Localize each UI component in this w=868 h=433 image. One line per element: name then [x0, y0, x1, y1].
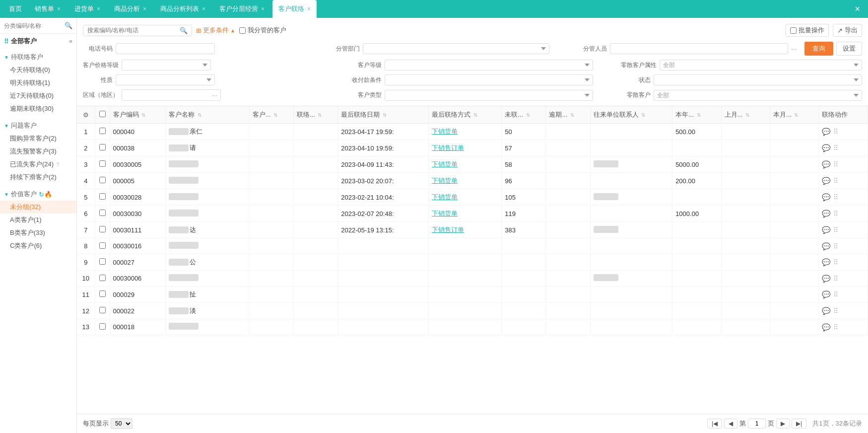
row-checkbox[interactable]: [99, 323, 106, 330]
sidebar-item-classA[interactable]: A类客户(1): [0, 214, 76, 226]
sort-overdue-icon[interactable]: ⇅: [570, 112, 574, 118]
value-group-header[interactable]: ▼ 价值客户 ↻ 🔥: [0, 188, 76, 201]
action-call-icon[interactable]: 💬: [822, 210, 830, 217]
prev-page-btn[interactable]: ◀: [724, 419, 737, 429]
sidebar-item-classC[interactable]: C类客户(6): [0, 239, 76, 252]
problem-group-header[interactable]: ▼ 问题客户: [0, 119, 76, 132]
phone-input[interactable]: [116, 43, 215, 54]
sort-contact-icon[interactable]: ⇅: [318, 112, 322, 118]
action-more-icon[interactable]: ⠿: [833, 128, 838, 136]
customer-type-select[interactable]: [385, 90, 593, 101]
method-link[interactable]: 下销售订单: [432, 226, 464, 233]
action-more-icon[interactable]: ⠿: [833, 290, 838, 298]
retail-attr-select[interactable]: 全部: [660, 60, 862, 71]
sidebar-item-7days[interactable]: 近7天待联络(0): [0, 89, 76, 102]
sort-curmonth-icon[interactable]: ⇅: [794, 112, 798, 118]
action-call-icon[interactable]: 💬: [822, 177, 830, 185]
method-link[interactable]: 下销货单: [432, 193, 458, 201]
action-more-icon[interactable]: ⠿: [833, 193, 838, 201]
action-more-icon[interactable]: ⠿: [833, 160, 838, 168]
nav-customer-mgmt[interactable]: 客户分层经营 ×: [213, 0, 270, 18]
pending-group-header[interactable]: ▼ 待联络客户: [0, 51, 76, 64]
sidebar-item-tomorrow[interactable]: 明天待联络(1): [0, 76, 76, 89]
last-page-btn[interactable]: ▶|: [792, 419, 806, 429]
sort-method-icon[interactable]: ⇅: [473, 112, 477, 118]
action-call-icon[interactable]: 💬: [822, 226, 830, 234]
nav-close-all[interactable]: ×: [851, 4, 864, 14]
nav-analysis-close[interactable]: ×: [143, 5, 146, 12]
collapse-icon[interactable]: «: [69, 38, 72, 45]
action-call-icon[interactable]: 💬: [822, 258, 830, 266]
action-call-icon[interactable]: 💬: [822, 160, 830, 168]
sort-type-icon[interactable]: ⇅: [273, 112, 277, 118]
dept-select[interactable]: [363, 43, 549, 54]
nav-sales-close[interactable]: ×: [57, 5, 61, 12]
all-customers-header[interactable]: ⠿ 全部客户 «: [0, 34, 76, 49]
search-input[interactable]: [87, 27, 178, 34]
next-page-btn[interactable]: ▶: [776, 419, 790, 429]
sort-date-icon[interactable]: ⇅: [383, 112, 387, 118]
action-more-icon[interactable]: ⠿: [833, 226, 838, 234]
method-link[interactable]: 下销货单: [432, 128, 458, 135]
row-checkbox[interactable]: [99, 226, 106, 232]
row-checkbox[interactable]: [99, 210, 106, 216]
manager-more-icon[interactable]: ···: [791, 45, 797, 53]
bulk-operation-btn[interactable]: 批量操作: [786, 24, 829, 37]
action-call-icon[interactable]: 💬: [822, 128, 830, 136]
row-checkbox[interactable]: [99, 258, 106, 265]
action-more-icon[interactable]: ⠿: [833, 242, 838, 250]
action-more-icon[interactable]: ⠿: [833, 275, 838, 283]
search-btn[interactable]: 查询: [804, 42, 833, 56]
method-link[interactable]: 下销货单: [432, 210, 458, 217]
sort-code-icon[interactable]: ⇅: [141, 112, 145, 118]
action-more-icon[interactable]: ⠿: [833, 258, 838, 266]
row-checkbox[interactable]: [99, 290, 106, 297]
nav-customer-contact[interactable]: 客户联络 ×: [272, 0, 317, 18]
refresh-icon[interactable]: ↻: [39, 191, 44, 198]
action-more-icon[interactable]: ⠿: [833, 210, 838, 217]
method-link[interactable]: 下销售订单: [432, 144, 464, 151]
sidebar-item-ungroup[interactable]: 未分组(32): [0, 201, 76, 214]
reset-btn[interactable]: 设置: [836, 42, 862, 56]
my-customers-check[interactable]: 我分管的客户: [239, 26, 286, 35]
sidebar-search-input[interactable]: [4, 22, 63, 29]
action-more-icon[interactable]: ⠿: [833, 323, 838, 331]
sidebar-item-churning[interactable]: 流失预警客户(3): [0, 145, 76, 158]
search-icon[interactable]: 🔍: [180, 27, 188, 34]
action-more-icon[interactable]: ⠿: [833, 307, 838, 315]
sort-lastmonth-icon[interactable]: ⇅: [745, 112, 749, 118]
row-checkbox[interactable]: [99, 160, 106, 167]
manager-input[interactable]: [610, 43, 788, 54]
nav-analysis-list-close[interactable]: ×: [202, 5, 205, 12]
action-call-icon[interactable]: 💬: [822, 275, 830, 283]
export-btn[interactable]: ↗ 导出: [833, 24, 862, 37]
region-select[interactable]: ···: [122, 89, 221, 101]
nav-purchase[interactable]: 进货单 ×: [68, 0, 106, 18]
action-call-icon[interactable]: 💬: [822, 193, 830, 201]
sidebar-item-classB[interactable]: B类客户(33): [0, 226, 76, 239]
bulk-checkbox[interactable]: [790, 27, 797, 34]
sidebar-item-today[interactable]: 今天待联络(0): [0, 64, 76, 76]
more-conditions-btn[interactable]: ⊞ 更多条件 ▲: [196, 26, 235, 35]
method-link[interactable]: 下销货单: [432, 160, 458, 168]
my-customers-checkbox[interactable]: [239, 27, 246, 34]
action-call-icon[interactable]: 💬: [822, 290, 830, 298]
sidebar-search-icon[interactable]: 🔍: [65, 22, 72, 29]
nav-home[interactable]: 首页: [4, 0, 27, 18]
page-size-select[interactable]: 50: [111, 418, 133, 429]
row-checkbox[interactable]: [99, 177, 106, 183]
action-call-icon[interactable]: 💬: [822, 307, 830, 315]
action-call-icon[interactable]: 💬: [822, 144, 830, 152]
settings-icon[interactable]: ⚙: [83, 111, 89, 119]
first-page-btn[interactable]: |◀: [707, 419, 722, 429]
customer-level-select[interactable]: [385, 60, 593, 71]
method-link[interactable]: 下销货单: [432, 177, 458, 184]
nav-customer-contact-close[interactable]: ×: [307, 5, 311, 12]
sort-company-icon[interactable]: ⇅: [641, 112, 645, 118]
nav-sales[interactable]: 销售单 ×: [29, 0, 67, 18]
row-checkbox[interactable]: [99, 193, 106, 200]
sidebar-item-declining[interactable]: 持续下滑客户(2): [0, 171, 76, 184]
retail-customer-select[interactable]: 全部: [654, 90, 862, 101]
action-more-icon[interactable]: ⠿: [833, 177, 838, 185]
row-checkbox[interactable]: [99, 144, 106, 150]
